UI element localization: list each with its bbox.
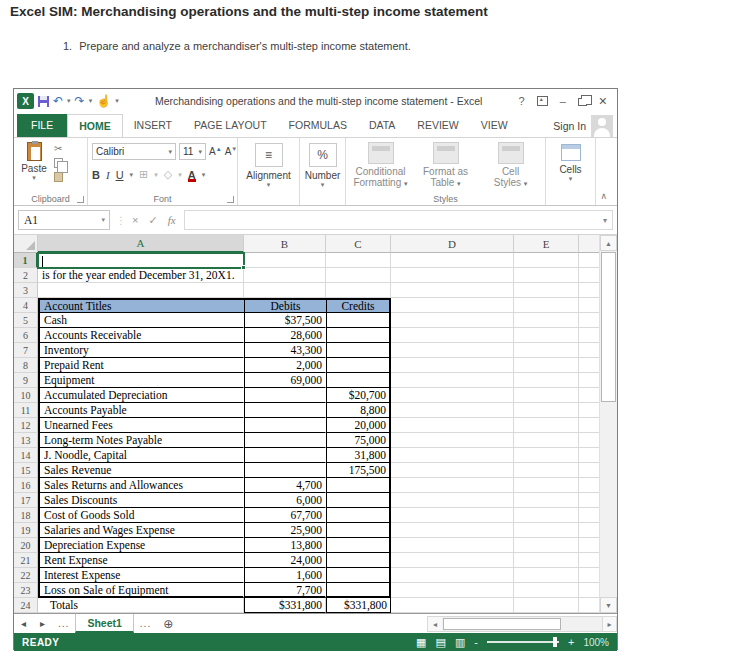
enter-icon[interactable]: ✓ — [148, 214, 157, 227]
cell-C5[interactable] — [326, 313, 391, 328]
cells-label[interactable]: Cells — [546, 164, 595, 175]
cell-A12[interactable]: Unearned Fees — [38, 418, 244, 433]
cell-C16[interactable] — [326, 478, 391, 493]
cell-B11[interactable] — [244, 403, 326, 418]
cell-C9[interactable] — [326, 373, 391, 388]
name-box-dropdown-icon[interactable]: ▾ — [101, 216, 109, 224]
undo-dropdown-icon[interactable]: ▾ — [67, 97, 71, 105]
cell-D11[interactable] — [391, 403, 514, 418]
cell-F21[interactable] — [579, 553, 601, 568]
cell-D7[interactable] — [391, 343, 514, 358]
cell-C7[interactable] — [326, 343, 391, 358]
cell-A20[interactable]: Depreciation Expense — [38, 538, 244, 553]
cell-E10[interactable] — [514, 388, 579, 403]
cell-D23[interactable] — [391, 583, 514, 598]
font-name-select[interactable]: Calibri ▾ — [92, 143, 176, 160]
font-size-dropdown-icon[interactable]: ▾ — [198, 148, 202, 156]
row-header-14[interactable]: 14 — [14, 448, 38, 463]
row-header-5[interactable]: 5 — [14, 313, 38, 328]
cell-F2[interactable] — [579, 268, 601, 283]
tab-formulas[interactable]: FORMULAS — [278, 114, 358, 137]
cell-B23[interactable]: 7,700 — [244, 583, 326, 598]
cell-F10[interactable] — [579, 388, 601, 403]
cell-C13[interactable]: 75,000 — [326, 433, 391, 448]
cell-B14[interactable] — [244, 448, 326, 463]
cell-F18[interactable] — [579, 508, 601, 523]
ribbon-display-options-icon[interactable] — [537, 96, 548, 106]
scroll-up-icon[interactable]: ▲ — [600, 235, 617, 251]
cell-F11[interactable] — [579, 403, 601, 418]
avatar[interactable] — [591, 115, 613, 137]
cell-C12[interactable]: 20,000 — [326, 418, 391, 433]
cell-D17[interactable] — [391, 493, 514, 508]
cell-A21[interactable]: Rent Expense — [38, 553, 244, 568]
touch-mode-icon[interactable]: ☝ — [96, 95, 111, 107]
cell-D19[interactable] — [391, 523, 514, 538]
horizontal-scroll-thumb[interactable] — [443, 618, 561, 630]
cell-E11[interactable] — [514, 403, 579, 418]
cell-E6[interactable] — [514, 328, 579, 343]
column-header-e[interactable]: E — [514, 235, 579, 253]
cell-B16[interactable]: 4,700 — [244, 478, 326, 493]
cell-B3[interactable] — [244, 283, 326, 298]
cell-E24[interactable] — [514, 598, 579, 613]
row-header-17[interactable]: 17 — [14, 493, 38, 508]
cell-E18[interactable] — [514, 508, 579, 523]
cell-A6[interactable]: Accounts Receivable — [38, 328, 244, 343]
cell-B5[interactable]: $37,500 — [244, 313, 326, 328]
cell-B10[interactable] — [244, 388, 326, 403]
font-dialog-launcher-icon[interactable] — [227, 196, 234, 203]
sheet-dots-left[interactable]: ... — [52, 618, 75, 629]
cell-F13[interactable] — [579, 433, 601, 448]
paste-button[interactable]: Paste ▾ — [19, 142, 49, 182]
fill-color-dropdown-icon[interactable]: ▾ — [178, 171, 182, 179]
cell-E13[interactable] — [514, 433, 579, 448]
cell-A9[interactable]: Equipment — [38, 373, 244, 388]
cell-C6[interactable] — [326, 328, 391, 343]
cell-D24[interactable] — [391, 598, 514, 613]
cell-F6[interactable] — [579, 328, 601, 343]
column-header-a[interactable]: A — [38, 235, 244, 253]
cell-B17[interactable]: 6,000 — [244, 493, 326, 508]
cell-E8[interactable] — [514, 358, 579, 373]
row-header-21[interactable]: 21 — [14, 553, 38, 568]
select-all-corner[interactable] — [14, 235, 38, 253]
redo-dropdown-icon[interactable]: ▾ — [89, 97, 93, 105]
cell-E12[interactable] — [514, 418, 579, 433]
cell-C3[interactable] — [326, 283, 391, 298]
alignment-label[interactable]: Alignment — [238, 170, 299, 181]
row-header-13[interactable]: 13 — [14, 433, 38, 448]
borders-dropdown-icon[interactable]: ▾ — [154, 171, 158, 179]
cell-B15[interactable] — [244, 463, 326, 478]
cell-B4[interactable]: Debits — [244, 298, 326, 313]
zoom-slider[interactable] — [487, 641, 559, 643]
row-header-12[interactable]: 12 — [14, 418, 38, 433]
cell-F20[interactable] — [579, 538, 601, 553]
number-dropdown-icon[interactable]: ▾ — [300, 181, 345, 189]
cell-A2[interactable]: is for the year ended December 31, 20X1. — [38, 268, 244, 283]
cell-E9[interactable] — [514, 373, 579, 388]
cell-C18[interactable] — [326, 508, 391, 523]
clipboard-dialog-launcher-icon[interactable] — [77, 196, 84, 203]
cell-D12[interactable] — [391, 418, 514, 433]
cell-E15[interactable] — [514, 463, 579, 478]
cell-C15[interactable]: 175,500 — [326, 463, 391, 478]
row-header-19[interactable]: 19 — [14, 523, 38, 538]
format-as-table-button[interactable]: Format as Table ▾ — [414, 142, 478, 189]
row-header-24[interactable]: 24 — [14, 598, 38, 613]
sheet-dots-right[interactable]: ... — [134, 618, 157, 629]
cell-B9[interactable]: 69,000 — [244, 373, 326, 388]
cell-D9[interactable] — [391, 373, 514, 388]
cell-F15[interactable] — [579, 463, 601, 478]
cell-B21[interactable]: 24,000 — [244, 553, 326, 568]
cell-A23[interactable]: Loss on Sale of Equipment — [38, 583, 244, 598]
alignment-dropdown-icon[interactable]: ▾ — [238, 181, 299, 189]
cell-D3[interactable] — [391, 283, 514, 298]
minimize-icon[interactable]: – — [560, 96, 566, 107]
row-header-23[interactable]: 23 — [14, 583, 38, 598]
cell-F19[interactable] — [579, 523, 601, 538]
cell-D21[interactable] — [391, 553, 514, 568]
sheet-nav-right-icon[interactable]: ▸ — [33, 618, 52, 629]
fill-color-icon[interactable]: ◇ — [164, 168, 172, 181]
tab-page-layout[interactable]: PAGE LAYOUT — [183, 114, 278, 137]
